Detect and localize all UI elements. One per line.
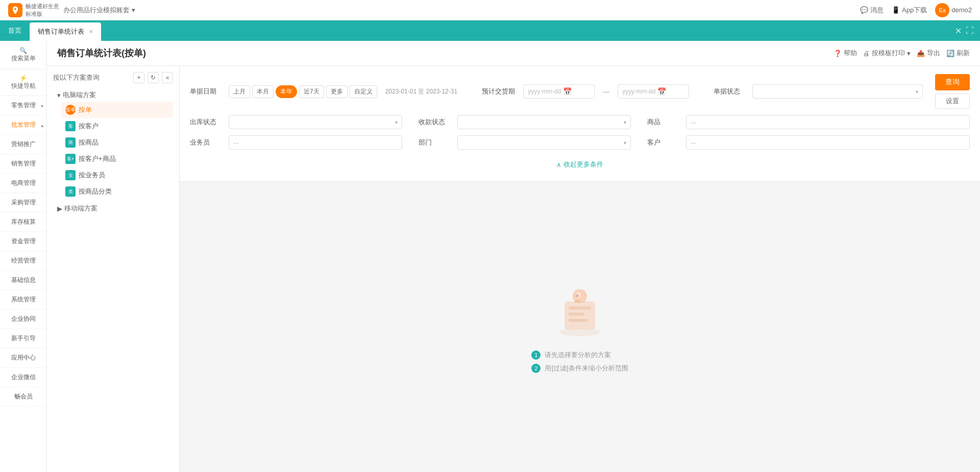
quick-nav-button[interactable]: ⚡ 快捷导航 xyxy=(0,72,46,93)
add-scheme-button[interactable]: + xyxy=(133,72,144,83)
salesperson-label: 业务员 xyxy=(190,138,220,147)
scheme-by-salesperson[interactable]: 业 按业务员 xyxy=(61,167,173,183)
payment-status-select[interactable]: ▾ xyxy=(457,115,631,129)
sidebar-item-operations[interactable]: 经营管理 xyxy=(0,251,46,271)
custom-date-btn[interactable]: 自定义 xyxy=(350,85,377,98)
right-panel: 单据日期 上月 本月 本年 近7天 更多 自定义 2023-01-01 至 20… xyxy=(180,66,980,472)
tip-number-2: 2 xyxy=(531,364,541,373)
date-filter-label: 单据日期 xyxy=(190,87,220,96)
tab-bar: 首页 销售订单统计表 × ✕ ⛶ xyxy=(0,20,980,41)
scheme-by-category[interactable]: 类 按商品分类 xyxy=(61,183,173,200)
sidebar-item-sales[interactable]: 销售管理 xyxy=(0,154,46,174)
tab-close-icon[interactable]: × xyxy=(89,28,93,35)
close-window-icon[interactable]: ✕ xyxy=(955,26,962,36)
delivery-status-select[interactable]: ▾ xyxy=(229,115,402,129)
sidebar-item-appstore[interactable]: 应用中心 xyxy=(0,348,46,368)
sidebar-item-newuser[interactable]: 新手引导 xyxy=(0,329,46,348)
left-panel: 按以下方案查询 + ↻ « ▾ 电脑端方案 按单 xyxy=(47,66,180,472)
sidebar-item-retail[interactable]: 零售管理 ▾ xyxy=(0,96,46,115)
sidebar-item-ecommerce[interactable]: 电商管理 xyxy=(0,174,46,193)
more-date-btn[interactable]: 更多 xyxy=(326,85,348,98)
scheme-by-cust-prod[interactable]: 客+ 按客户+商品 xyxy=(61,151,173,167)
page-title: 销售订单统计表(按单) xyxy=(57,47,146,59)
mobile-section-label: 移动端方案 xyxy=(64,204,97,213)
quick-nav-section: ⚡ 快捷导航 xyxy=(0,69,46,96)
print-icon: 🖨 xyxy=(863,50,870,57)
desktop-section-header[interactable]: ▾ 电脑端方案 xyxy=(53,88,173,102)
desktop-section-label: 电脑端方案 xyxy=(63,90,96,100)
settings-button[interactable]: 设置 xyxy=(935,93,970,109)
user-menu[interactable]: Ea demo2 xyxy=(935,3,972,17)
customer-label: 客户 xyxy=(647,138,678,147)
collapse-bar[interactable]: ∧ 收起更多条件 xyxy=(190,156,970,173)
filter-row-date: 单据日期 上月 本月 本年 近7天 更多 自定义 2023-01-01 至 20… xyxy=(190,74,970,109)
empty-illustration xyxy=(549,281,610,342)
refresh-button[interactable]: 🔄 刷新 xyxy=(946,49,970,58)
data-area: 1 请先选择要分析的方案 2 用[过滤]条件来缩小分析范围 xyxy=(180,182,980,472)
mobile-section-header[interactable]: ▶ 移动端方案 xyxy=(53,202,173,215)
query-button[interactable]: 查询 xyxy=(935,74,970,90)
sidebar-search-section: 🔍 搜索菜单 xyxy=(0,41,46,69)
phone-icon: 📱 xyxy=(892,6,900,14)
search-menu-button[interactable]: 🔍 搜索菜单 xyxy=(4,45,42,65)
top-bar-right: 💬 消息 📱 App下载 Ea demo2 xyxy=(860,3,972,17)
message-button[interactable]: 💬 消息 xyxy=(860,6,884,15)
last-7-days-btn[interactable]: 近7天 xyxy=(299,85,324,98)
sidebar-item-wechat[interactable]: 企业微信 xyxy=(0,368,46,387)
department-select[interactable]: ▾ xyxy=(457,135,631,150)
chevron-down-icon: ▾ xyxy=(916,89,918,95)
main-content: 🔍 搜索菜单 ⚡ 快捷导航 零售管理 ▾ 批发管理 ▴ 营销推广 销售管理 电商… xyxy=(0,41,980,472)
left-panel-header: 按以下方案查询 + ↻ « xyxy=(53,72,173,83)
sidebar-item-purchase[interactable]: 采购管理 xyxy=(0,193,46,213)
app-download-button[interactable]: 📱 App下载 xyxy=(892,6,927,15)
scheme-by-customer[interactable]: 客 按客户 xyxy=(61,118,173,134)
maximize-icon[interactable]: ⛶ xyxy=(966,26,974,35)
this-year-btn[interactable]: 本年 xyxy=(276,85,297,98)
scheme-by-order[interactable]: 按单 按单 xyxy=(61,102,173,118)
calendar-icon: 📅 xyxy=(563,87,572,96)
empty-tips: 1 请先选择要分析的方案 2 用[过滤]条件来缩小分析范围 xyxy=(531,350,628,373)
date-range-display: 2023-01-01 至 2023-12-31 xyxy=(385,87,457,96)
salesperson-filter[interactable]: ··· xyxy=(229,135,402,150)
tab-sales-order-stats[interactable]: 销售订单统计表 × xyxy=(30,22,101,41)
sidebar-item-finance[interactable]: 资金管理 xyxy=(0,232,46,251)
this-month-btn[interactable]: 本月 xyxy=(252,85,274,98)
calendar-icon: 📅 xyxy=(657,87,666,96)
top-bar-title[interactable]: 办公用品行业模拟账套 ▾ xyxy=(63,6,135,15)
sidebar-item-system[interactable]: 系统管理 xyxy=(0,290,46,310)
sidebar-item-member[interactable]: 畅会员 xyxy=(0,387,46,407)
svg-rect-2 xyxy=(569,306,591,310)
sidebar-item-inventory[interactable]: 库存核算 xyxy=(0,213,46,232)
by-product-icon: 商 xyxy=(65,137,76,148)
sidebar-item-marketing[interactable]: 营销推广 xyxy=(0,135,46,154)
by-cat-icon: 类 xyxy=(65,186,76,197)
delivery-date-end[interactable]: yyyy-mm-dd 📅 xyxy=(618,84,689,99)
export-button[interactable]: 📤 导出 xyxy=(917,49,940,58)
product-filter[interactable]: ··· xyxy=(686,115,970,129)
delivery-date-start[interactable]: yyyy-mm-dd 📅 xyxy=(523,84,595,99)
by-order-icon: 按单 xyxy=(65,105,76,115)
by-customer-icon: 客 xyxy=(65,121,76,131)
scheme-by-product[interactable]: 商 按商品 xyxy=(61,134,173,151)
sidebar-item-enterprise[interactable]: 企业协同 xyxy=(0,310,46,329)
tab-home[interactable]: 首页 xyxy=(0,20,30,41)
tab-bar-right: ✕ ⛶ xyxy=(955,26,980,36)
message-icon: 💬 xyxy=(860,6,868,14)
chevron-down-icon: ▾ xyxy=(624,140,626,146)
tree-children: 按单 按单 客 按客户 商 按商品 客+ 按客户 xyxy=(53,102,173,200)
collapse-panel-button[interactable]: « xyxy=(162,72,173,83)
logo-area: 畅捷通好生意 标准版 xyxy=(8,3,59,17)
sidebar-item-basic[interactable]: 基础信息 xyxy=(0,271,46,290)
order-status-select[interactable]: ▾ xyxy=(752,84,923,99)
customer-filter[interactable]: ··· xyxy=(686,135,970,150)
query-actions: 查询 设置 xyxy=(935,74,970,109)
last-month-btn[interactable]: 上月 xyxy=(229,85,250,98)
empty-tip-2: 2 用[过滤]条件来缩小分析范围 xyxy=(531,364,628,373)
sidebar-item-wholesale[interactable]: 批发管理 ▴ xyxy=(0,115,46,135)
print-button[interactable]: 🖨 按模板打印 ▾ xyxy=(863,49,911,58)
empty-tip-1: 1 请先选择要分析的方案 xyxy=(531,350,628,360)
tip-number-1: 1 xyxy=(531,350,541,360)
help-button[interactable]: ❓ 帮助 xyxy=(834,49,857,58)
refresh-scheme-button[interactable]: ↻ xyxy=(148,72,159,83)
expand-arrow-icon: ▴ xyxy=(41,122,43,128)
